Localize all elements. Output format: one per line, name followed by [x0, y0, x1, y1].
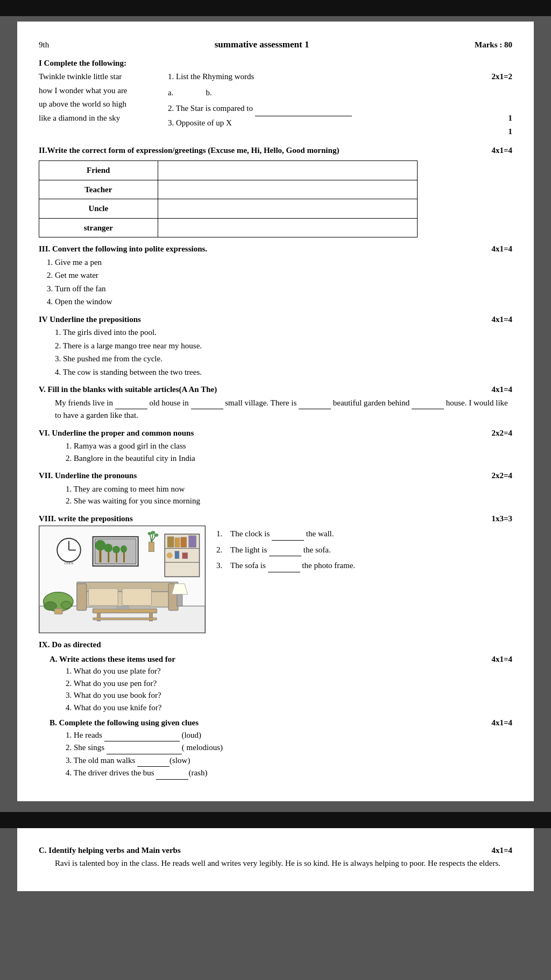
ix-b-header: B. Complete the following using given cl… [39, 717, 512, 729]
row-teacher: Teacher [39, 180, 158, 199]
svg-point-16 [121, 545, 127, 553]
list-item: 2. The light is the sofa. [216, 544, 512, 557]
section-v-text: My friends live in old house in small vi… [55, 397, 512, 422]
row-uncle: Uncle [39, 199, 158, 219]
list-item: 1. The girls dived into the pool. [55, 326, 512, 339]
blank [156, 767, 188, 780]
list-item: 1. Ramya was a good girl in the class [66, 440, 512, 452]
page-1: 9th summative assessment 1 Marks : 80 I … [17, 22, 534, 801]
svg-rect-17 [149, 542, 154, 552]
q2-blank [255, 102, 352, 116]
section-ii-title: II.Write the correct form of expression/… [39, 144, 339, 157]
q2-row: 2. The Star is compared to [168, 102, 458, 116]
section-v-marks: 4x1=4 [491, 383, 512, 397]
blank [137, 754, 169, 767]
svg-rect-36 [77, 584, 87, 611]
section-iii-title: III. Convert the following into polite e… [39, 243, 207, 255]
poem-lines: Twinkle twinkle little star how I wonder… [39, 70, 168, 139]
section-iii-header: III. Convert the following into polite e… [39, 243, 512, 256]
svg-point-31 [167, 553, 172, 558]
ix-a-header: A. Write actions these items used for 4x… [39, 653, 512, 666]
section-iv-title: IV Underline the prepositions [39, 313, 141, 326]
list-item: Open the window [55, 296, 512, 308]
greetings-table: Friend Teacher Uncle stranger [39, 160, 418, 237]
list-item: Get me water [55, 269, 512, 282]
section-c: C. Identify helping verbs and Main verbs… [39, 844, 512, 870]
section-i-title: I Complete the following: [39, 57, 512, 69]
row-friend: Friend [39, 161, 158, 180]
section-vii-title: VII. Underline the pronouns [39, 470, 137, 482]
svg-point-23 [154, 534, 158, 537]
svg-rect-39 [122, 589, 151, 606]
list-item: Give me a pen [55, 256, 512, 269]
section-i: I Complete the following: Twinkle twinkl… [39, 57, 512, 139]
section-iii: III. Convert the following into polite e… [39, 243, 512, 308]
blank [412, 397, 444, 410]
poem-line-1: Twinkle twinkle little star [39, 70, 168, 84]
q1-marks-col: 2x1=2 1 1 [458, 70, 512, 139]
blank [191, 397, 223, 410]
blank [268, 559, 300, 572]
list-item: 4. What do you use knife for? [66, 702, 512, 714]
section-vi-marks: 2x2=4 [491, 427, 512, 440]
header: 9th summative assessment 1 Marks : 80 [39, 38, 512, 52]
q3-marks: 1 [458, 125, 512, 139]
section-ii: II.Write the correct form of expression/… [39, 144, 512, 238]
viii-content: clock [39, 526, 512, 633]
svg-rect-33 [182, 553, 188, 559]
top-bar [0, 0, 551, 16]
viii-questions: 1. The clock is the wall. 2. The light i… [216, 526, 512, 576]
poem-line-2: how I wonder what you are [39, 84, 168, 98]
list-item: 4. The cow is standing between the two t… [55, 366, 512, 379]
list-item: 2. What do you use pen for? [66, 677, 512, 690]
list-item: Turn off the fan [55, 283, 512, 295]
section-c-header: C. Identify helping verbs and Main verbs… [39, 844, 512, 858]
blank [299, 397, 331, 410]
section-vii: VII. Underline the pronouns 2x2=4 1. The… [39, 470, 512, 507]
svg-text:clock: clock [64, 561, 73, 565]
q1-label: 1. List the Rhyming words [168, 70, 458, 84]
section-iii-marks: 4x1=4 [491, 243, 512, 256]
section-ix: IX. Do as directed A. Write actions thes… [39, 639, 512, 780]
row-teacher-answer [158, 180, 417, 199]
section-ii-header: II.Write the correct form of expression/… [39, 144, 512, 158]
poem-table: Twinkle twinkle little star how I wonder… [39, 70, 512, 139]
ix-b-title: B. Complete the following using given cl… [50, 717, 199, 729]
svg-rect-32 [175, 551, 179, 559]
section-iv-marks: 4x1=4 [491, 313, 512, 327]
section-iv-header: IV Underline the prepositions 4x1=4 [39, 313, 512, 327]
section-iv: IV Underline the prepositions 4x1=4 1. T… [39, 313, 512, 379]
q-text: The light is the sofa. [230, 544, 331, 557]
q-num: 1. [216, 528, 226, 541]
section-vi-title: VI. Underline the proper and common noun… [39, 427, 194, 439]
blank [115, 397, 147, 410]
list-item: 3. What do you use book for? [66, 689, 512, 702]
list-item: 1. He reads (loud) [66, 729, 512, 742]
svg-rect-13 [116, 552, 117, 563]
section-v: V. Fill in the blanks with suitable arti… [39, 383, 512, 422]
q1-ab: a. b. [168, 86, 458, 100]
row-friend-answer [158, 161, 417, 180]
blank [107, 741, 182, 754]
svg-rect-50 [117, 606, 129, 610]
grade-label: 9th [39, 39, 49, 51]
svg-point-14 [112, 546, 120, 554]
list-item: 2. She was waiting for you since morning [66, 495, 512, 507]
table-row: Uncle [39, 199, 418, 219]
section-c-marks: 4x1=4 [491, 844, 512, 858]
q1-area: 1. List the Rhyming words a. b. 2. The S… [168, 70, 458, 139]
section-ix-a: A. Write actions these items used for 4x… [39, 653, 512, 714]
svg-rect-27 [167, 537, 174, 548]
poem-line-4: like a diamond in the sky [39, 111, 168, 125]
list-item: 2. She sings ( melodious) [66, 741, 512, 754]
page-2: C. Identify helping verbs and Main verbs… [17, 828, 534, 891]
section-ix-b: B. Complete the following using given cl… [39, 717, 512, 780]
svg-point-44 [61, 601, 72, 609]
svg-rect-15 [123, 551, 125, 563]
marks-label: Marks : 80 [475, 39, 512, 51]
section-c-text: Ravi is talented boy in the class. He re… [55, 857, 512, 870]
room-image: clock [39, 526, 206, 633]
list-item: 1. The clock is the wall. [216, 528, 512, 541]
q2-marks: 1 [458, 111, 512, 125]
ix-a-title: A. Write actions these items used for [50, 653, 175, 666]
